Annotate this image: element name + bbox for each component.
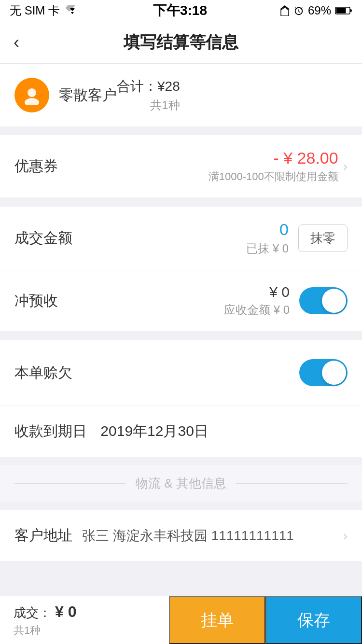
sim-status: 无 SIM 卡	[10, 3, 60, 18]
advance-amounts: ¥ 0 应收金额 ¥ 0	[224, 284, 290, 318]
customer-section: 零散客户 合计：¥28 共1种	[0, 64, 362, 126]
svg-point-3	[28, 88, 36, 97]
wifi-icon	[65, 5, 80, 16]
bottom-deal-label: 成交：	[14, 604, 51, 621]
battery-percent: 69%	[308, 4, 331, 17]
debt-toggle[interactable]	[299, 359, 348, 386]
status-time: 下午3:18	[153, 1, 207, 20]
erased-amount: 已抹 ¥ 0	[246, 241, 289, 256]
transaction-amount-row: 成交金额 0 已抹 ¥ 0 抹零	[0, 207, 362, 270]
advance-row: 冲预收 ¥ 0 应收金额 ¥ 0	[0, 270, 362, 331]
bottom-bar: 成交： ¥ 0 共1种 挂单 保存	[0, 596, 362, 644]
customer-total: 合计：¥28 共1种	[117, 77, 180, 113]
amount-col: 0 已抹 ¥ 0	[246, 220, 289, 256]
bottom-count: 共1种	[14, 623, 155, 638]
due-date-label: 收款到期日	[14, 423, 87, 439]
due-date-value: 2019年12月30日	[100, 423, 208, 439]
nav-bar: ‹ 填写结算等信息	[0, 21, 362, 64]
divider-line-right	[236, 483, 348, 484]
advance-label: 冲预收	[14, 291, 58, 311]
coupon-section[interactable]: 优惠券 - ¥ 28.00 满1000-100不限制使用金额 ›	[0, 135, 362, 198]
amount-section: 成交金额 0 已抹 ¥ 0 抹零 冲预收 ¥ 0 应收金额 ¥ 0	[0, 207, 362, 331]
advance-main-amount: ¥ 0	[224, 284, 290, 300]
hold-button[interactable]: 挂单	[169, 596, 265, 644]
address-section[interactable]: 客户地址 张三 海淀永丰科技园 11111111111 ›	[0, 510, 362, 561]
debt-label: 本单赊欠	[14, 363, 72, 383]
back-button[interactable]: ‹	[14, 32, 19, 53]
coupon-description: 满1000-100不限制使用金额	[209, 169, 338, 184]
battery-icon	[335, 6, 352, 15]
total-count: 共1种	[117, 98, 180, 113]
bottom-deal-amount: ¥ 0	[55, 603, 76, 621]
logistics-label: 物流 & 其他信息	[136, 475, 226, 492]
status-right: 69%	[280, 4, 352, 17]
bottom-deal-line: 成交： ¥ 0	[14, 603, 155, 621]
advance-toggle[interactable]	[299, 287, 348, 314]
coupon-discount: - ¥ 28.00	[209, 149, 338, 168]
customer-avatar	[14, 78, 49, 112]
transaction-amount-right: 0 已抹 ¥ 0 抹零	[246, 220, 348, 256]
status-left: 无 SIM 卡	[10, 3, 80, 18]
coupon-row[interactable]: 优惠券 - ¥ 28.00 满1000-100不限制使用金额 ›	[0, 135, 362, 198]
divider-line-left	[14, 483, 126, 484]
transaction-amount-label: 成交金额	[14, 228, 72, 248]
address-chevron-right-icon: ›	[343, 528, 348, 544]
status-bar: 无 SIM 卡 下午3:18 69%	[0, 0, 362, 21]
coupon-info: - ¥ 28.00 满1000-100不限制使用金额	[209, 149, 338, 184]
debt-row: 本单赊欠	[0, 340, 362, 406]
logistics-divider: 物流 & 其他信息	[0, 465, 362, 502]
location-icon	[280, 5, 290, 16]
advance-right: ¥ 0 应收金额 ¥ 0	[224, 284, 348, 318]
erase-button[interactable]: 抹零	[298, 224, 348, 252]
due-date-row: 收款到期日 2019年12月30日	[0, 406, 362, 457]
customer-name: 零散客户	[59, 85, 117, 105]
coupon-label: 优惠券	[14, 156, 58, 176]
address-label: 客户地址	[14, 526, 72, 546]
svg-rect-2	[336, 8, 346, 14]
debt-section: 本单赊欠 收款到期日 2019年12月30日	[0, 340, 362, 457]
alarm-icon	[293, 5, 304, 16]
save-button[interactable]: 保存	[265, 596, 362, 644]
advance-sub-amount: 应收金额 ¥ 0	[224, 302, 290, 318]
svg-point-4	[25, 98, 39, 105]
coupon-right[interactable]: - ¥ 28.00 满1000-100不限制使用金额 ›	[209, 149, 348, 184]
page-title: 填写结算等信息	[124, 31, 238, 54]
address-value: 张三 海淀永丰科技园 11111111111	[82, 527, 343, 545]
total-amount: 合计：¥28	[117, 77, 180, 96]
bottom-info: 成交： ¥ 0 共1种	[0, 596, 169, 644]
coupon-chevron-right-icon: ›	[343, 159, 348, 174]
transaction-amount-value: 0	[246, 220, 289, 239]
address-row[interactable]: 客户地址 张三 海淀永丰科技园 11111111111 ›	[0, 510, 362, 561]
